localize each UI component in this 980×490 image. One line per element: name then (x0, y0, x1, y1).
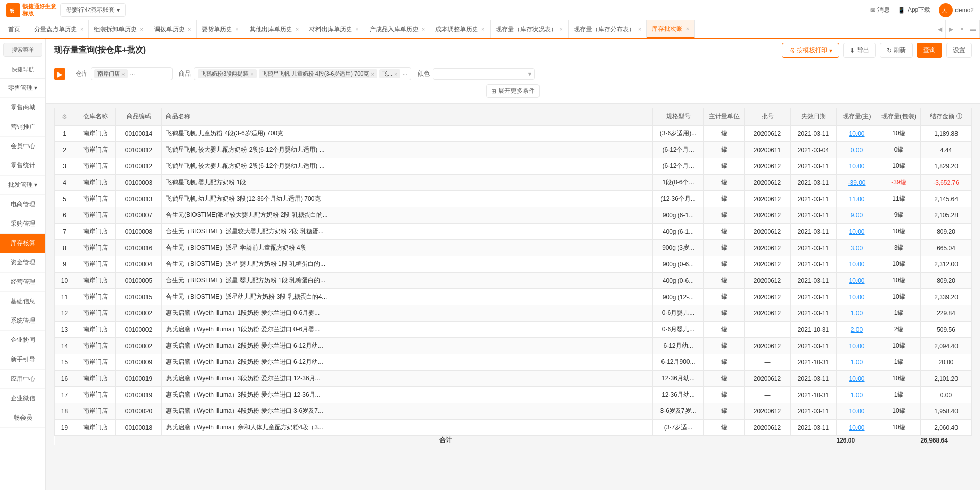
tab-batch-account[interactable]: 库存批次账 × (647, 20, 694, 38)
filter-collapse-arrow[interactable]: ▶ (54, 68, 65, 80)
tab-close-icon[interactable]: × (422, 26, 425, 32)
cell-batch: 20200612 (745, 175, 791, 191)
cell-qty-main[interactable]: 3.00 (837, 240, 877, 256)
sidebar-item-ecommerce[interactable]: 电商管理 (0, 195, 45, 214)
remove-product-tag-3[interactable]: × (394, 71, 397, 77)
sidebar-item-marketing[interactable]: 营销推广 (0, 117, 45, 137)
cell-qty-main[interactable]: 2.00 (837, 322, 877, 338)
product-tag-container[interactable]: 飞鹤奶粉3段两提装 × 飞鹤星飞帆 儿童奶粉 4段(3-6岁适用) 700克 ×… (194, 67, 411, 80)
sidebar-item-retail_store[interactable]: 零售商城 (0, 98, 45, 117)
cell-spec: 0-6月婴儿... (653, 305, 704, 322)
query-button[interactable]: 查询 (917, 43, 942, 58)
sidebar-item-retail_stats[interactable]: 零售统计 (0, 156, 45, 176)
tab-prev-btn[interactable]: ◀ (935, 20, 946, 38)
cell-qty-main[interactable]: 9.00 (837, 207, 877, 224)
svg-text:人: 人 (942, 8, 947, 13)
sidebar-item-basic_info[interactable]: 基础信息 (0, 292, 45, 311)
cell-qty-main[interactable]: 10.00 (837, 403, 877, 420)
cell-spec: 900g (0-6... (653, 256, 704, 273)
cell-batch: — (745, 354, 791, 371)
cell-code: 00100018 (116, 420, 162, 436)
filter-more-btn[interactable]: ··· (130, 70, 135, 78)
remove-product-tag-1[interactable]: × (250, 71, 253, 77)
cell-qty-main[interactable]: 10.00 (837, 289, 877, 305)
cell-qty-main[interactable]: 1.00 (837, 354, 877, 371)
sidebar-item-operation[interactable]: 经营管理 (0, 273, 45, 292)
cell-spec: 0-6月婴儿... (653, 322, 704, 338)
tab-close-icon[interactable]: × (296, 26, 299, 32)
sidebar-item-new_guide[interactable]: 新手引导 (0, 350, 45, 370)
cell-qty-main[interactable]: 10.00 (837, 256, 877, 273)
tab-close-icon[interactable]: × (235, 26, 238, 32)
tab-close-icon[interactable]: × (481, 26, 484, 32)
tab-close-all-btn[interactable]: × (957, 20, 967, 38)
th-settings[interactable]: ⚙ (55, 108, 75, 126)
search-menu-button[interactable]: 搜索菜单 (3, 43, 42, 57)
cell-qty-main[interactable]: 1.00 (837, 305, 877, 322)
cell-qty-main[interactable]: -39.00 (837, 175, 877, 191)
cell-qty-main[interactable]: 10.00 (837, 338, 877, 354)
cell-qty-main[interactable]: 1.00 (837, 387, 877, 403)
tab-close-icon[interactable]: × (560, 26, 563, 32)
tab-close-icon[interactable]: × (685, 26, 689, 32)
sidebar-item-member_card[interactable]: 畅会员 (0, 408, 45, 428)
user-profile[interactable]: 人 demo2 (939, 3, 974, 17)
cell-qty-main[interactable]: 10.00 (837, 273, 877, 289)
sidebar-item-system[interactable]: 系统管理 (0, 311, 45, 331)
sidebar-item-purchase[interactable]: 采购管理 (0, 214, 45, 234)
tab-home[interactable]: 首页 (0, 20, 29, 38)
cell-warehouse: 南岸门店 (75, 289, 116, 305)
tab-requisition[interactable]: 要货单历史 × (197, 20, 244, 38)
cell-qty-main[interactable]: 0.00 (837, 142, 877, 158)
tab-close-icon[interactable]: × (355, 26, 358, 32)
tab-close-icon[interactable]: × (188, 26, 191, 32)
tab-split-inventory[interactable]: 分量盘点单历史 × (29, 20, 89, 38)
sidebar-item-finance[interactable]: 资金管理 (0, 253, 45, 273)
tab-product-in[interactable]: 产成品入库单历史 × (364, 20, 430, 38)
column-settings-icon[interactable]: ⚙ (62, 113, 67, 120)
remove-product-tag-2[interactable]: × (371, 71, 374, 77)
cell-qty-main[interactable]: 10.00 (837, 158, 877, 175)
industry-selector[interactable]: 母婴行业演示账套 ▾ (60, 3, 126, 17)
cell-warehouse: 南岸门店 (75, 273, 116, 289)
sidebar-item-enterprise_wechat[interactable]: 企业微信 (0, 389, 45, 408)
tab-close-icon[interactable]: × (80, 26, 83, 32)
tab-stock-status[interactable]: 现存量（库存状况表） × (491, 20, 569, 38)
sidebar-item-member_center[interactable]: 会员中心 (0, 137, 45, 156)
tab-minimize-btn[interactable]: ▬ (967, 20, 980, 38)
tab-cost-adjust[interactable]: 成本调整单历史 × (430, 20, 490, 38)
cell-qty-main[interactable]: 10.00 (837, 371, 877, 387)
expand-conditions-btn[interactable]: ⊞ 展开更多条件 (486, 84, 540, 98)
sidebar-item-app_center[interactable]: 应用中心 (0, 370, 45, 389)
sidebar-item-wholesale_mgmt[interactable]: 批发管理 ▾ (0, 176, 45, 195)
cell-qty-main[interactable]: 10.00 (837, 420, 877, 436)
refresh-button[interactable]: ↻ 刷新 (880, 43, 913, 58)
app-download-action[interactable]: 📱 App下载 (898, 6, 930, 14)
sidebar-item-retail_mgmt[interactable]: 零售管理 ▾ (0, 79, 45, 98)
cell-qty-main[interactable]: 10.00 (837, 126, 877, 142)
tab-other-out[interactable]: 其他出库单历史 × (244, 20, 304, 38)
cell-spec: 900g (3岁... (653, 240, 704, 256)
remove-warehouse-tag[interactable]: × (121, 71, 125, 77)
tab-material-out[interactable]: 材料出库单历史 × (304, 20, 364, 38)
sidebar-item-inventory[interactable]: 库存核算 (0, 234, 45, 253)
shortcut-nav-item[interactable]: 快捷导航 (0, 63, 45, 76)
template-print-button[interactable]: 🖨 按模板打印 ▾ (782, 43, 839, 58)
tab-disassemble[interactable]: 组装拆卸单历史 × (89, 20, 149, 38)
sidebar-item-enterprise[interactable]: 企业协同 (0, 331, 45, 350)
tab-close-icon[interactable]: × (140, 26, 143, 32)
settings-button[interactable]: 设置 (946, 43, 972, 58)
tab-adjust[interactable]: 调拨单历史 × (149, 20, 197, 38)
cell-idx: 3 (55, 158, 75, 175)
color-tag-container[interactable]: ▾ (433, 68, 535, 80)
warehouse-tag-container[interactable]: 南岸门店 × ··· (91, 67, 173, 80)
product-filter-more-btn[interactable]: ··· (402, 70, 407, 78)
table-container: ⚙ 仓库名称 商品编码 商品名称 规格型号 主计量单位 批号 失效日期 现存量(… (46, 104, 980, 490)
cell-qty-main[interactable]: 11.00 (837, 191, 877, 207)
tab-next-btn[interactable]: ▶ (946, 20, 957, 38)
cell-qty-main[interactable]: 10.00 (837, 224, 877, 240)
message-action[interactable]: ✉ 消息 (870, 6, 890, 14)
tab-close-icon[interactable]: × (638, 26, 641, 32)
export-button[interactable]: ⬇ 导出 (843, 43, 876, 58)
tab-stock-dist[interactable]: 现存量（库存分布表） × (569, 20, 647, 38)
